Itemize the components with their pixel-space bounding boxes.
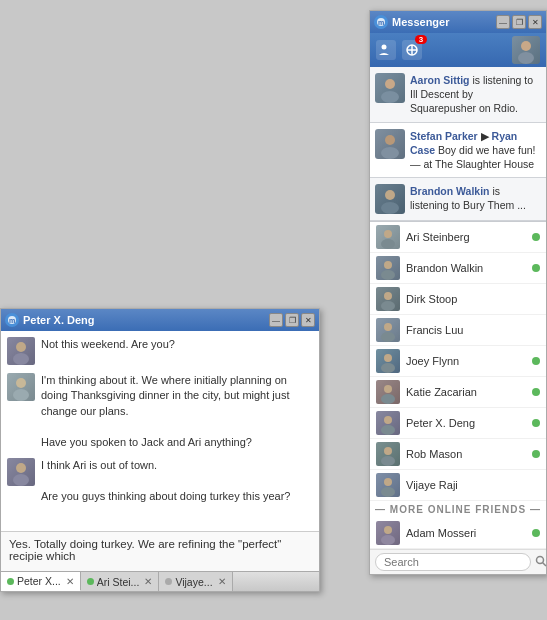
globe-icon[interactable]: 3 bbox=[402, 40, 422, 60]
chat-input-area: Yes. Totally doing turkey. We are refini… bbox=[1, 531, 319, 571]
chat-tab-2[interactable]: Vijaye... ✕ bbox=[159, 572, 232, 591]
friend-avatar-bottom bbox=[376, 521, 400, 545]
chat-tab-1[interactable]: Ari Stei... ✕ bbox=[81, 572, 160, 591]
friend-name-0: Ari Steinberg bbox=[406, 231, 526, 243]
svg-point-40 bbox=[16, 378, 26, 388]
svg-point-8 bbox=[385, 79, 395, 89]
titlebar-left: m Messenger bbox=[374, 15, 449, 29]
svg-point-42 bbox=[16, 463, 26, 473]
notification-badge: 3 bbox=[415, 35, 427, 44]
svg-point-9 bbox=[381, 91, 399, 103]
svg-point-26 bbox=[384, 416, 392, 424]
chat-restore-button[interactable]: ❐ bbox=[285, 313, 299, 327]
chat-title: Peter X. Deng bbox=[23, 314, 95, 326]
friend-name-4: Joey Flynn bbox=[406, 355, 526, 367]
svg-point-13 bbox=[381, 202, 399, 214]
friend-avatar-1 bbox=[376, 256, 400, 280]
friend-item-0[interactable]: Ari Steinberg bbox=[370, 222, 546, 253]
svg-point-20 bbox=[384, 323, 392, 331]
friend-avatar-7 bbox=[376, 442, 400, 466]
svg-point-17 bbox=[381, 270, 395, 280]
svg-point-21 bbox=[381, 332, 395, 342]
people-icon[interactable] bbox=[376, 40, 396, 60]
svg-point-11 bbox=[381, 147, 399, 159]
friend-avatar-0 bbox=[376, 225, 400, 249]
svg-point-34 bbox=[537, 556, 544, 563]
online-indicator-7 bbox=[532, 450, 540, 458]
svg-point-2 bbox=[382, 45, 387, 50]
tab-dot-1 bbox=[87, 578, 94, 585]
offline-indicator-2 bbox=[532, 295, 540, 303]
tab-close-1[interactable]: ✕ bbox=[144, 576, 152, 587]
friend-name-6: Peter X. Deng bbox=[406, 417, 526, 429]
friend-item-bottom[interactable]: Adam Mosseri bbox=[370, 518, 546, 549]
friend-item-8[interactable]: Vijaye Raji bbox=[370, 470, 546, 501]
chat-tab-0[interactable]: Peter X... ✕ bbox=[1, 572, 81, 591]
feed-name-2: Brandon Walkin bbox=[410, 185, 490, 197]
search-bar bbox=[370, 549, 546, 574]
msg-avatar-1 bbox=[7, 373, 35, 401]
svg-point-41 bbox=[13, 389, 29, 401]
svg-point-32 bbox=[384, 526, 392, 534]
friend-avatar-5 bbox=[376, 380, 400, 404]
tab-close-0[interactable]: ✕ bbox=[66, 576, 74, 587]
friend-list: Ari Steinberg Brandon Walkin Dirk Stoop bbox=[370, 222, 546, 501]
tab-close-2[interactable]: ✕ bbox=[218, 576, 226, 587]
svg-point-23 bbox=[381, 363, 395, 373]
chat-tabs: Peter X... ✕ Ari Stei... ✕ Vijaye... ✕ bbox=[1, 571, 319, 591]
friend-item-7[interactable]: Rob Mason bbox=[370, 439, 546, 470]
friend-item-3[interactable]: Francis Luu bbox=[370, 315, 546, 346]
offline-indicator-3 bbox=[532, 326, 540, 334]
friend-item-5[interactable]: Katie Zacarian bbox=[370, 377, 546, 408]
friend-avatar-6 bbox=[376, 411, 400, 435]
titlebar-controls: — ❐ ✕ bbox=[496, 15, 542, 29]
feed-avatar-1 bbox=[375, 129, 405, 159]
online-indicator-6 bbox=[532, 419, 540, 427]
offline-indicator-8 bbox=[532, 481, 540, 489]
chat-input[interactable]: Yes. Totally doing turkey. We are refini… bbox=[1, 532, 319, 568]
chat-titlebar: m Peter X. Deng — ❐ ✕ bbox=[1, 309, 319, 331]
friend-name-8: Vijaye Raji bbox=[406, 479, 526, 491]
svg-point-10 bbox=[385, 135, 395, 145]
restore-button[interactable]: ❐ bbox=[512, 15, 526, 29]
chat-close-button[interactable]: ✕ bbox=[301, 313, 315, 327]
feed-text-0: Aaron Sittig is listening to Ill Descent… bbox=[410, 73, 541, 116]
feed-arrow-1: ▶ bbox=[481, 130, 492, 142]
feed-item-0[interactable]: Aaron Sittig is listening to Ill Descent… bbox=[370, 67, 546, 123]
friend-name-2: Dirk Stoop bbox=[406, 293, 526, 305]
friend-item-1[interactable]: Brandon Walkin bbox=[370, 253, 546, 284]
feed-item-2[interactable]: Brandon Walkin is listening to Bury Them… bbox=[370, 178, 546, 221]
msg-content-0: Not this weekend. Are you? bbox=[41, 337, 313, 365]
tab-name-1: Ari Stei... bbox=[97, 576, 140, 588]
chat-minimize-button[interactable]: — bbox=[269, 313, 283, 327]
tab-dot-0 bbox=[7, 578, 14, 585]
search-icon bbox=[535, 555, 547, 570]
feed-name-1: Stefan Parker bbox=[410, 130, 478, 142]
svg-point-15 bbox=[381, 239, 395, 249]
friend-item-6[interactable]: Peter X. Deng bbox=[370, 408, 546, 439]
svg-point-12 bbox=[385, 190, 395, 200]
svg-point-30 bbox=[384, 478, 392, 486]
close-button[interactable]: ✕ bbox=[528, 15, 542, 29]
friend-name-5: Katie Zacarian bbox=[406, 386, 526, 398]
friend-name-3: Francis Luu bbox=[406, 324, 526, 336]
svg-point-25 bbox=[381, 394, 395, 404]
messenger-titlebar: m Messenger — ❐ ✕ bbox=[370, 11, 546, 33]
friend-avatar-3 bbox=[376, 318, 400, 342]
friend-item-4[interactable]: Joey Flynn bbox=[370, 346, 546, 377]
svg-point-38 bbox=[16, 342, 26, 352]
feed-text-2: Brandon Walkin is listening to Bury Them… bbox=[410, 184, 541, 214]
tab-dot-2 bbox=[165, 578, 172, 585]
search-input[interactable] bbox=[375, 553, 531, 571]
tab-name-0: Peter X... bbox=[17, 575, 61, 587]
svg-point-31 bbox=[381, 487, 395, 497]
minimize-button[interactable]: — bbox=[496, 15, 510, 29]
messenger-logo-icon: m bbox=[374, 15, 388, 29]
message-1: I'm thinking about it. We where initiall… bbox=[7, 373, 313, 450]
messenger-feed: Aaron Sittig is listening to Ill Descent… bbox=[370, 67, 546, 222]
user-avatar[interactable] bbox=[512, 36, 540, 64]
friend-item-2[interactable]: Dirk Stoop bbox=[370, 284, 546, 315]
svg-point-24 bbox=[384, 385, 392, 393]
online-indicator-5 bbox=[532, 388, 540, 396]
feed-item-1[interactable]: Stefan Parker ▶ Ryan Case Boy did we hav… bbox=[370, 123, 546, 179]
